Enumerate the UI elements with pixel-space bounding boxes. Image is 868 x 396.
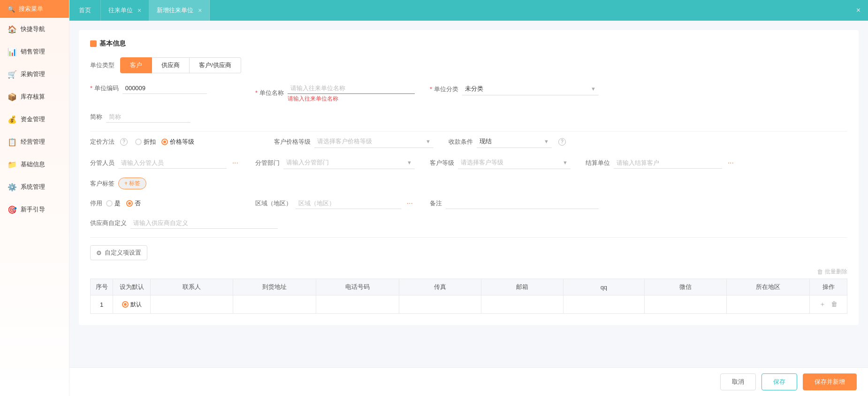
- tab-bar: 首页 往来单位 × 新增往来单位 × ×: [69, 0, 868, 21]
- sidebar-item-label: 系统管理: [21, 183, 45, 191]
- custom-settings-btn[interactable]: ⚙ 自定义项设置: [90, 245, 147, 260]
- system-icon: ⚙️: [8, 182, 17, 192]
- col-default: 设为默认: [113, 279, 151, 295]
- supplier-custom-input[interactable]: [130, 217, 278, 229]
- cell-contact[interactable]: [151, 295, 233, 314]
- manager-input[interactable]: [118, 157, 227, 169]
- region-more-btn[interactable]: ···: [405, 199, 415, 208]
- section-title-label: 基本信息: [99, 39, 126, 48]
- custom-btn-label: 自定义项设置: [105, 248, 141, 257]
- sidebar-item-quick-nav[interactable]: 🏠 快捷导航: [0, 18, 69, 40]
- search-menu-btn[interactable]: 🔍 搜索菜单: [0, 0, 69, 18]
- short-name-label: 简称: [90, 113, 102, 121]
- add-tag-btn[interactable]: + 标签: [118, 178, 146, 189]
- field-customer-tag: 客户标签 + 标签: [90, 178, 847, 189]
- customer-tag-label: 客户标签: [90, 179, 114, 188]
- field-manager: 分管人员 ···: [90, 157, 240, 169]
- cell-region[interactable]: [726, 295, 809, 314]
- region-input[interactable]: [296, 198, 401, 209]
- fax-input[interactable]: [404, 301, 476, 308]
- form-card: 基本信息 单位类型 客户 供应商 客户/供应商 单位编码 单位名称: [79, 30, 859, 325]
- department-select[interactable]: 请输入分管部门 ▼: [283, 156, 415, 169]
- cell-email[interactable]: [481, 295, 563, 314]
- row-pricing: 定价方法 ? 折扣 价格等级: [90, 135, 847, 148]
- address-input[interactable]: [238, 301, 311, 308]
- customer-level-select[interactable]: 请选择客户等级 ▼: [458, 156, 571, 169]
- cell-default[interactable]: 默认: [113, 295, 151, 314]
- cell-qq[interactable]: [563, 295, 644, 314]
- sidebar-item-label: 资金管理: [21, 115, 45, 124]
- sidebar-item-basic-info[interactable]: 📁 基础信息: [0, 153, 69, 176]
- radio-price-level[interactable]: 价格等级: [161, 138, 194, 146]
- type-btn-supplier[interactable]: 供应商: [152, 57, 190, 73]
- close-all-tabs[interactable]: ×: [849, 0, 868, 21]
- sidebar-item-purchase[interactable]: 🛒 采购管理: [0, 63, 69, 85]
- radio-discount[interactable]: 折扣: [135, 138, 156, 146]
- email-input[interactable]: [486, 301, 558, 308]
- payment-terms-help-icon[interactable]: ?: [558, 138, 566, 146]
- col-actions: 操作: [810, 279, 847, 295]
- col-region: 所在地区: [726, 279, 809, 295]
- cell-fax[interactable]: [399, 295, 481, 314]
- manager-more-btn[interactable]: ···: [230, 159, 240, 167]
- wechat-input[interactable]: [649, 301, 722, 308]
- remark-input[interactable]: [446, 198, 599, 209]
- unit-category-select[interactable]: 未分类 ▼: [462, 83, 599, 95]
- phone-input[interactable]: [321, 301, 394, 308]
- save-new-button[interactable]: 保存并新增: [803, 373, 857, 390]
- type-btn-customer[interactable]: 客户: [120, 57, 152, 73]
- region-col-input[interactable]: [731, 301, 805, 308]
- unit-name-label: 单位名称: [255, 89, 284, 97]
- field-short-name: 简称: [90, 111, 240, 123]
- department-placeholder: 请输入分管部门: [286, 158, 329, 167]
- short-name-input[interactable]: [106, 111, 190, 123]
- sidebar-item-system[interactable]: ⚙️ 系统管理: [0, 176, 69, 198]
- sidebar-item-inventory[interactable]: 📦 库存核算: [0, 85, 69, 108]
- customer-price-select[interactable]: 请选择客户价格等级 ▼: [314, 135, 434, 148]
- radio-no[interactable]: 否: [126, 199, 141, 208]
- del-row-btn[interactable]: 🗑: [829, 299, 839, 309]
- type-btn-both[interactable]: 客户/供应商: [190, 57, 241, 73]
- tab-partners-close[interactable]: ×: [137, 7, 141, 14]
- sidebar-item-label: 销售管理: [21, 47, 45, 56]
- settlement-label: 结算单位: [586, 159, 610, 167]
- radio-price-level-circle: [161, 139, 168, 145]
- payment-terms-value: 现结: [480, 137, 492, 146]
- sidebar-item-finance[interactable]: 💰 资金管理: [0, 108, 69, 131]
- radio-yes-label: 是: [114, 199, 121, 208]
- tab-partners-label: 往来单位: [108, 6, 133, 15]
- bottom-bar: 取消 保存 保存并新增: [69, 367, 868, 396]
- cell-wechat[interactable]: [645, 295, 727, 314]
- save-button[interactable]: 保存: [761, 373, 797, 390]
- sidebar-item-operation[interactable]: 📋 经营管理: [0, 131, 69, 153]
- cancel-button[interactable]: 取消: [720, 373, 756, 390]
- unit-name-input[interactable]: [288, 83, 415, 94]
- sidebar-item-new-guide[interactable]: 🎯 新手引导: [0, 198, 69, 221]
- unit-code-input[interactable]: [122, 83, 207, 94]
- contact-input[interactable]: [155, 301, 228, 308]
- region-label: 区域（地区）: [255, 199, 292, 208]
- batch-delete-label[interactable]: 批量删除: [825, 268, 847, 276]
- default-radio[interactable]: 默认: [118, 301, 145, 309]
- tab-home[interactable]: 首页: [69, 0, 101, 21]
- radio-yes[interactable]: 是: [106, 199, 121, 208]
- cell-address[interactable]: [233, 295, 316, 314]
- section-icon: [90, 40, 97, 47]
- settlement-input[interactable]: [614, 157, 722, 169]
- radio-yes-circle: [106, 200, 113, 207]
- unit-code-label: 单位编码: [90, 84, 119, 93]
- radio-no-circle: [126, 200, 133, 207]
- settlement-more-btn[interactable]: ···: [726, 159, 736, 167]
- field-supplier-custom: 供应商自定义: [90, 217, 278, 229]
- manager-label: 分管人员: [90, 159, 114, 167]
- sidebar-item-sales[interactable]: 📊 销售管理: [0, 40, 69, 63]
- tab-new-partner[interactable]: 新增往来单位 ×: [149, 0, 210, 21]
- payment-terms-select[interactable]: 现结 ▼: [477, 135, 552, 148]
- qq-input[interactable]: [568, 301, 640, 308]
- add-row-btn[interactable]: ＋: [817, 299, 828, 310]
- sidebar-item-label: 快捷导航: [21, 25, 45, 33]
- cell-phone[interactable]: [316, 295, 399, 314]
- tab-partners[interactable]: 往来单位 ×: [101, 0, 149, 21]
- pricing-help-icon[interactable]: ?: [120, 138, 128, 146]
- tab-new-partner-close[interactable]: ×: [198, 7, 202, 14]
